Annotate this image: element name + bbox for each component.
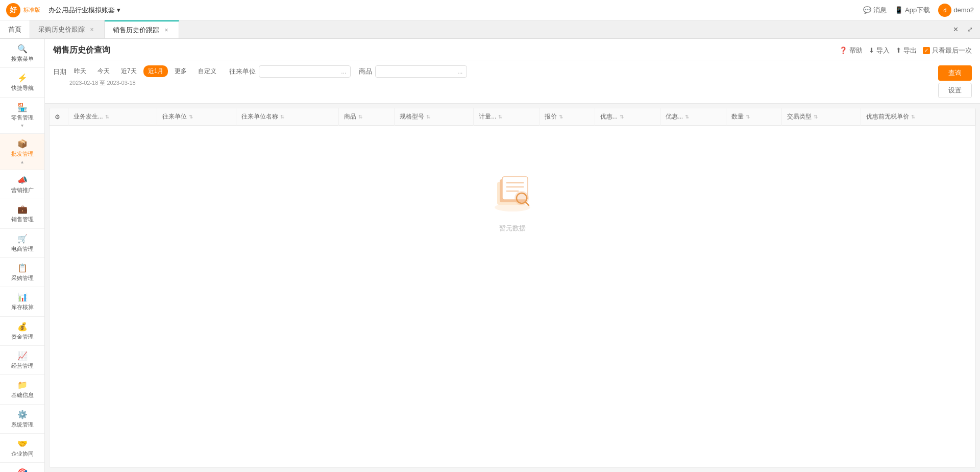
maximize-button[interactable]: ⤢ bbox=[964, 23, 976, 36]
tab-purchase-history-label: 采购历史价跟踪 bbox=[38, 25, 85, 34]
sidebar-item-search-menu[interactable]: 🔍 搜索菜单 bbox=[0, 39, 44, 68]
partner-input-ellipsis: ... bbox=[341, 68, 346, 75]
sidebar-item-sales-mgmt[interactable]: 💼 销售管理 bbox=[0, 199, 44, 228]
sort-product-icon: ⇅ bbox=[358, 114, 362, 120]
page-header: 销售历史价查询 ❓ 帮助 ⬇ 导入 ⬆ 导出 ✓ 只看最后一次 bbox=[45, 39, 980, 60]
date-btn-1month[interactable]: 近1月 bbox=[143, 65, 168, 77]
help-label: 帮助 bbox=[849, 46, 863, 55]
tab-home[interactable]: 首页 bbox=[0, 20, 30, 38]
column-settings-icon[interactable]: ⚙ bbox=[55, 113, 60, 121]
tabbar-actions: ✕ ⤢ bbox=[949, 20, 980, 38]
date-options: 昨天 今天 近7天 近1月 更多 自定义 2023-02-18 至 2023-0… bbox=[69, 65, 221, 87]
help-action[interactable]: ❓ 帮助 bbox=[839, 46, 863, 55]
sidebar-item-retail-mgmt[interactable]: 🏪 零售管理 ▾ bbox=[0, 98, 44, 134]
sidebar: 🔍 搜索菜单 ⚡ 快捷导航 🏪 零售管理 ▾ 📦 批发管理 ▴ 📣 营销推广 💼… bbox=[0, 39, 45, 472]
import-icon: ⬇ bbox=[869, 46, 874, 54]
topbar-left: 好 标准版 办公用品行业模拟账套 ▾ bbox=[6, 3, 125, 17]
sidebar-item-enterprise-collab[interactable]: 🤝 企业协同 bbox=[0, 434, 44, 463]
app-title-select[interactable]: 办公用品行业模拟账套 ▾ bbox=[44, 4, 125, 17]
sidebar-item-inventory[interactable]: 📊 库存核算 bbox=[0, 287, 44, 316]
product-filter-label: 商品 bbox=[359, 67, 372, 76]
th-unit[interactable]: 计量... ⇅ bbox=[474, 108, 539, 126]
system-mgmt-icon: ⚙️ bbox=[17, 410, 28, 419]
sidebar-item-quick-nav[interactable]: ⚡ 快捷导航 bbox=[0, 68, 44, 97]
user-name-label: demo2 bbox=[953, 6, 974, 14]
sidebar-label-search-menu: 搜索菜单 bbox=[11, 55, 34, 62]
query-button[interactable]: 查询 bbox=[938, 65, 972, 81]
th-product[interactable]: 商品 ⇅ bbox=[339, 108, 395, 126]
tab-sales-history-close[interactable]: × bbox=[162, 26, 170, 34]
date-btn-yesterday[interactable]: 昨天 bbox=[69, 65, 91, 77]
sidebar-label-sales-mgmt: 销售管理 bbox=[11, 216, 34, 223]
sidebar-item-basic-info[interactable]: 📁 基础信息 bbox=[0, 375, 44, 404]
sort-spec-icon: ⇅ bbox=[426, 114, 430, 120]
sort-partner-name-icon: ⇅ bbox=[280, 114, 284, 120]
ecommerce-mgmt-icon: 🛒 bbox=[17, 234, 28, 244]
purchase-mgmt-icon: 📋 bbox=[17, 263, 28, 273]
settings-button[interactable]: 设置 bbox=[938, 83, 972, 98]
export-action[interactable]: ⬆ 导出 bbox=[896, 46, 917, 55]
retail-mgmt-icon: 🏪 bbox=[17, 103, 28, 112]
message-action[interactable]: 💬 消息 bbox=[863, 6, 887, 15]
sidebar-label-purchase-mgmt: 采购管理 bbox=[11, 274, 34, 281]
th-trade-type[interactable]: 交易类型 ⇅ bbox=[781, 108, 861, 126]
table-header: ⚙ 业务发生... ⇅ 往来单位 ⇅ bbox=[50, 108, 975, 126]
table-container: ⚙ 业务发生... ⇅ 往来单位 ⇅ bbox=[49, 108, 976, 468]
sidebar-item-operations-mgmt[interactable]: 📈 经营管理 bbox=[0, 346, 44, 375]
date-btn-custom[interactable]: 自定义 bbox=[193, 65, 221, 77]
sidebar-item-new-guide[interactable]: 🎯 新手引导 bbox=[0, 463, 44, 472]
th-quantity[interactable]: 数量 ⇅ bbox=[726, 108, 781, 126]
th-partner-code[interactable]: 往来单位 ⇅ bbox=[157, 108, 236, 126]
tab-purchase-history[interactable]: 采购历史价跟踪 × bbox=[30, 20, 105, 38]
operations-mgmt-icon: 📈 bbox=[17, 351, 28, 361]
sidebar-label-retail-mgmt: 零售管理 bbox=[11, 114, 34, 121]
tab-sales-history[interactable]: 销售历史价跟踪 × bbox=[105, 20, 179, 38]
th-partner-name[interactable]: 往来单位名称 ⇅ bbox=[236, 108, 338, 126]
sidebar-item-system-mgmt[interactable]: ⚙️ 系统管理 bbox=[0, 405, 44, 434]
close-all-tabs-button[interactable]: ✕ bbox=[949, 23, 962, 36]
sidebar-item-wholesale-mgmt[interactable]: 📦 批发管理 ▴ bbox=[0, 134, 44, 170]
logo-text: 标准版 bbox=[23, 7, 40, 13]
th-discount1[interactable]: 优惠... ⇅ bbox=[595, 108, 660, 126]
export-label: 导出 bbox=[903, 46, 917, 55]
sidebar-item-marketing[interactable]: 📣 营销推广 bbox=[0, 170, 44, 199]
date-btn-7days[interactable]: 近7天 bbox=[116, 65, 141, 77]
logo-icon: 好 bbox=[6, 3, 20, 17]
date-btn-more[interactable]: 更多 bbox=[170, 65, 191, 77]
sidebar-label-marketing: 营销推广 bbox=[11, 186, 34, 194]
topbar-right: 💬 消息 📱 App下载 d demo2 bbox=[863, 4, 974, 17]
th-pretax-price[interactable]: 优惠前无税单价 ⇅ bbox=[861, 108, 975, 126]
th-quote[interactable]: 报价 ⇅ bbox=[539, 108, 595, 126]
sort-discount2-icon: ⇅ bbox=[685, 114, 689, 120]
user-profile[interactable]: d demo2 bbox=[938, 4, 974, 17]
th-settings[interactable]: ⚙ bbox=[50, 108, 68, 126]
sidebar-label-basic-info: 基础信息 bbox=[11, 391, 34, 398]
partner-input[interactable]: ... bbox=[259, 65, 351, 78]
sidebar-item-ecommerce-mgmt[interactable]: 🛒 电商管理 bbox=[0, 229, 44, 258]
finance-mgmt-icon: 💰 bbox=[17, 322, 28, 332]
inventory-icon: 📊 bbox=[17, 292, 28, 302]
sidebar-label-ecommerce-mgmt: 电商管理 bbox=[11, 245, 34, 252]
th-discount2[interactable]: 优惠... ⇅ bbox=[660, 108, 726, 126]
message-label: 消息 bbox=[873, 6, 887, 15]
tab-purchase-history-close[interactable]: × bbox=[88, 26, 96, 34]
app-download-action[interactable]: 📱 App下载 bbox=[895, 6, 930, 15]
empty-state-row: 暂元数据 bbox=[50, 126, 975, 274]
th-spec[interactable]: 规格型号 ⇅ bbox=[395, 108, 474, 126]
product-input[interactable]: ... bbox=[375, 65, 467, 78]
only-last-checkbox[interactable]: ✓ 只看最后一次 bbox=[923, 46, 972, 55]
main-layout: 🔍 搜索菜单 ⚡ 快捷导航 🏪 零售管理 ▾ 📦 批发管理 ▴ 📣 营销推广 💼… bbox=[0, 39, 980, 472]
checkbox-checked-icon: ✓ bbox=[923, 47, 930, 54]
message-icon: 💬 bbox=[863, 6, 871, 14]
empty-state-cell: 暂元数据 bbox=[50, 126, 975, 274]
th-biz-date[interactable]: 业务发生... ⇅ bbox=[68, 108, 157, 126]
date-filter-label: 日期 bbox=[53, 65, 66, 77]
product-filter-group: 商品 ... bbox=[359, 65, 467, 78]
import-action[interactable]: ⬇ 导入 bbox=[869, 46, 890, 55]
sidebar-item-purchase-mgmt[interactable]: 📋 采购管理 bbox=[0, 258, 44, 287]
sidebar-item-finance-mgmt[interactable]: 💰 资金管理 bbox=[0, 317, 44, 346]
topbar: 好 标准版 办公用品行业模拟账套 ▾ 💬 消息 📱 App下载 d demo2 bbox=[0, 0, 980, 20]
date-btn-today[interactable]: 今天 bbox=[93, 65, 114, 77]
app-download-icon: 📱 bbox=[895, 6, 903, 14]
partner-filter-label: 往来单位 bbox=[229, 67, 256, 76]
